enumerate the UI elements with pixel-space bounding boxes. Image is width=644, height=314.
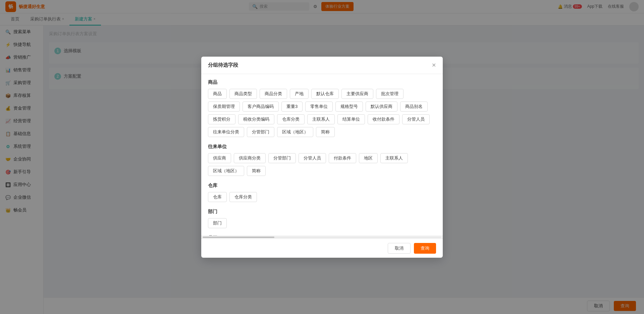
field-tag-dept-0[interactable]: 部门	[208, 218, 227, 228]
field-tag-goods-3[interactable]: 产地	[290, 89, 309, 99]
modal-overlay: 分组待选字段 ✕ 商品 商品 商品类型 商品分类 产地 默认仓库 主要供应商 批…	[0, 0, 644, 314]
field-tag-partner-5[interactable]: 地区	[359, 153, 378, 163]
field-tag-goods-17[interactable]: 主联系人	[307, 114, 335, 124]
field-group-partner-title: 往来单位	[208, 144, 436, 150]
field-tag-goods-8[interactable]: 客户商品编码	[243, 102, 279, 112]
field-tag-goods-24[interactable]: 简称	[316, 127, 335, 137]
field-group-dept-title: 部门	[208, 209, 436, 215]
modal-body: 商品 商品 商品类型 商品分类 产地 默认仓库 主要供应商 批次管理 保质期管理…	[201, 74, 443, 236]
field-tags-dept: 部门	[208, 218, 436, 228]
field-tag-partner-0[interactable]: 供应商	[208, 153, 231, 163]
field-tags-partner: 供应商 供应商分类 分管部门 分管人员 付款条件 地区 主联系人 区域（地区） …	[208, 153, 436, 176]
field-tag-partner-1[interactable]: 供应商分类	[234, 153, 266, 163]
field-tags-warehouse: 仓库 仓库分类	[208, 192, 436, 202]
field-selection-modal: 分组待选字段 ✕ 商品 商品 商品类型 商品分类 产地 默认仓库 主要供应商 批…	[201, 57, 443, 258]
modal-header: 分组待选字段 ✕	[201, 57, 443, 74]
field-tag-partner-8[interactable]: 简称	[247, 166, 266, 176]
field-tag-goods-23[interactable]: 区域（地区）	[277, 127, 313, 137]
field-tag-goods-1[interactable]: 商品类型	[229, 89, 257, 99]
field-tag-partner-6[interactable]: 主联系人	[380, 153, 408, 163]
field-tag-goods-16[interactable]: 仓库分类	[277, 114, 305, 124]
confirm-button[interactable]: 查询	[414, 243, 436, 254]
field-tag-partner-3[interactable]: 分管人员	[299, 153, 326, 163]
modal-footer: 取消 查询	[201, 239, 443, 258]
field-tag-partner-4[interactable]: 付款条件	[329, 153, 356, 163]
field-tag-goods-18[interactable]: 结算单位	[337, 114, 365, 124]
modal-close-button[interactable]: ✕	[432, 62, 436, 68]
field-tag-partner-7[interactable]: 区域（地区）	[208, 166, 244, 176]
modal-title: 分组待选字段	[208, 62, 238, 68]
field-tags-goods: 商品 商品类型 商品分类 产地 默认仓库 主要供应商 批次管理 保质期管理 客户…	[208, 89, 436, 137]
field-group-dept: 部门 部门	[208, 209, 436, 228]
field-group-goods: 商品 商品 商品类型 商品分类 产地 默认仓库 主要供应商 批次管理 保质期管理…	[208, 79, 436, 137]
field-tag-goods-10[interactable]: 零售单位	[305, 102, 333, 112]
field-tag-goods-6[interactable]: 批次管理	[376, 89, 404, 99]
modal-scroll-bar[interactable]	[201, 236, 443, 239]
field-tag-goods-22[interactable]: 分管部门	[247, 127, 274, 137]
field-tag-goods-9[interactable]: 重量3	[281, 102, 303, 112]
field-tag-goods-14[interactable]: 拣货积分	[208, 114, 235, 124]
field-tag-goods-20[interactable]: 分管人员	[402, 114, 430, 124]
field-tag-goods-7[interactable]: 保质期管理	[208, 102, 240, 112]
field-tag-goods-0[interactable]: 商品	[208, 89, 227, 99]
field-group-warehouse: 仓库 仓库 仓库分类	[208, 183, 436, 202]
field-tag-goods-4[interactable]: 默认仓库	[311, 89, 339, 99]
field-tag-goods-21[interactable]: 往来单位分类	[208, 127, 244, 137]
field-tag-goods-19[interactable]: 收付款条件	[368, 114, 399, 124]
field-tag-goods-2[interactable]: 商品分类	[260, 89, 287, 99]
field-tag-warehouse-1[interactable]: 仓库分类	[229, 192, 257, 202]
field-group-partner: 往来单位 供应商 供应商分类 分管部门 分管人员 付款条件 地区 主联系人 区域…	[208, 144, 436, 176]
field-tag-goods-5[interactable]: 主要供应商	[341, 89, 373, 99]
field-tag-goods-15[interactable]: 税收分类编码	[238, 114, 274, 124]
field-group-warehouse-title: 仓库	[208, 183, 436, 189]
cancel-button[interactable]: 取消	[388, 243, 411, 254]
field-group-goods-title: 商品	[208, 79, 436, 85]
field-tag-goods-13[interactable]: 商品别名	[400, 102, 428, 112]
field-tag-goods-11[interactable]: 规格型号	[335, 102, 363, 112]
field-tag-goods-12[interactable]: 默认供应商	[366, 102, 397, 112]
field-tag-partner-2[interactable]: 分管部门	[268, 153, 296, 163]
field-tag-warehouse-0[interactable]: 仓库	[208, 192, 227, 202]
